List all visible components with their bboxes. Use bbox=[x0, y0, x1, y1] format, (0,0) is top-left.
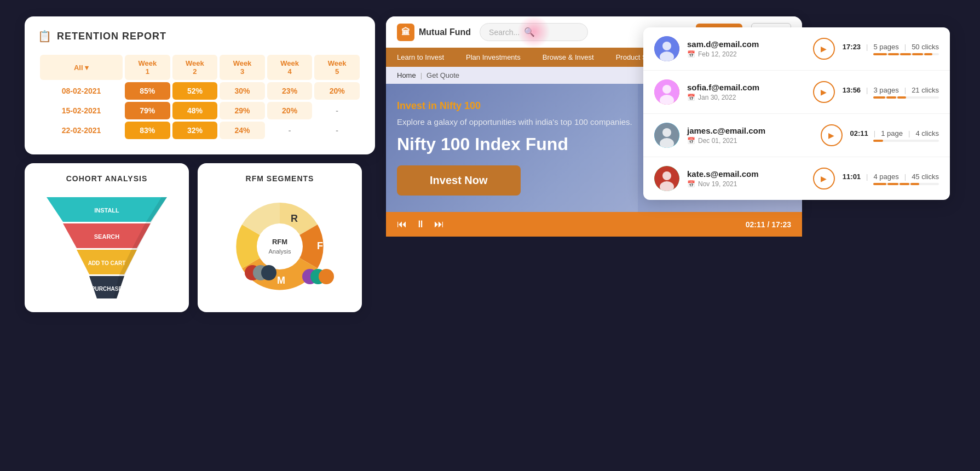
cohort-card: COHORT ANALYSIS INSTALL SEARCH ADD TO CA… bbox=[25, 163, 189, 312]
svg-text:ADD TO CART: ADD TO CART bbox=[88, 260, 126, 266]
breadcrumb-home[interactable]: Home bbox=[397, 71, 416, 79]
progress-empty bbox=[884, 140, 929, 142]
rfm-donut-svg: R F M RFM Analysis bbox=[214, 192, 345, 301]
progress-bar bbox=[873, 140, 939, 142]
session-info: sofia.f@email.com 📅 Jan 30, 2022 bbox=[687, 83, 805, 101]
page-count: 5 pages bbox=[873, 43, 898, 51]
table-row: 15-02-2021 79% 48% 29% 20% - bbox=[40, 102, 360, 119]
svg-point-23 bbox=[319, 269, 334, 284]
session-time: 11:01 bbox=[843, 173, 861, 181]
data-cell: 20% bbox=[314, 82, 360, 100]
data-cell: - bbox=[267, 122, 313, 139]
progress-segment bbox=[873, 53, 887, 55]
breadcrumb-quote[interactable]: Get Quote bbox=[426, 71, 459, 79]
progress-empty bbox=[907, 96, 931, 99]
date-cell: 15-02-2021 bbox=[40, 102, 123, 119]
pause-button[interactable]: ⏸ bbox=[416, 219, 425, 230]
nav-item-plan[interactable]: Plan Investments bbox=[455, 48, 532, 67]
retention-header: 📋 RETENTION REPORT bbox=[38, 30, 362, 43]
session-stats: 17:23 | 5 pages | 50 clicks bbox=[843, 43, 939, 55]
skip-forward-button[interactable]: ⏭ bbox=[434, 219, 444, 230]
session-time: 17:23 bbox=[843, 43, 861, 51]
website-hero: Invest in Nifty 100 Explore a galaxy of … bbox=[386, 84, 802, 212]
hero-invest-label: Invest in Nifty 100 bbox=[397, 100, 791, 112]
brand-name: Mutual Fund bbox=[419, 27, 471, 37]
avatar-svg bbox=[654, 36, 679, 61]
data-cell: 83% bbox=[125, 122, 170, 139]
progress-segment bbox=[873, 183, 886, 185]
progress-segment bbox=[886, 96, 896, 99]
hero-fund-title: Nifty 100 Index Fund bbox=[397, 134, 791, 154]
data-cell: 24% bbox=[220, 122, 265, 139]
search-icon: 🔍 bbox=[524, 27, 535, 37]
nav-item-browse[interactable]: Browse & Invest bbox=[532, 48, 605, 67]
session-email: sofia.f@email.com bbox=[687, 83, 805, 92]
calendar-icon: 📅 bbox=[687, 50, 695, 58]
hero-invest-prefix: Invest in bbox=[397, 100, 440, 111]
col-header-week5: Week5 bbox=[314, 55, 360, 80]
svg-text:M: M bbox=[277, 275, 285, 286]
play-button[interactable]: ▶ bbox=[813, 81, 835, 103]
session-stats: 11:01 | 4 pages | 45 clicks bbox=[843, 173, 939, 185]
progress-empty bbox=[920, 183, 932, 185]
progress-bar bbox=[873, 96, 939, 99]
data-cell: 20% bbox=[267, 102, 313, 119]
brand-icon: 🏛 bbox=[397, 24, 414, 41]
page-count: 3 pages bbox=[873, 86, 898, 94]
retention-card: 📋 RETENTION REPORT All ▾ Week1 Week2 Wee… bbox=[25, 16, 375, 154]
invest-now-button[interactable]: Invest Now bbox=[397, 165, 521, 196]
date-cell: 22-02-2021 bbox=[40, 122, 123, 139]
svg-text:Analysis: Analysis bbox=[269, 248, 291, 255]
stats-row: 11:01 | 4 pages | 45 clicks bbox=[843, 173, 939, 181]
col-header-all[interactable]: All ▾ bbox=[40, 55, 123, 80]
session-time: 13:56 bbox=[843, 86, 861, 94]
nav-item-learn[interactable]: Learn to Invest bbox=[386, 48, 455, 67]
page-count: 4 pages bbox=[873, 173, 898, 181]
progress-segment bbox=[897, 96, 906, 99]
progress-bar bbox=[873, 53, 939, 55]
play-button[interactable]: ▶ bbox=[813, 168, 835, 189]
data-cell: - bbox=[314, 122, 360, 139]
hero-text: Invest in Nifty 100 Explore a galaxy of … bbox=[397, 100, 791, 196]
svg-text:F: F bbox=[317, 240, 323, 251]
session-stats: 13:56 | 3 pages | 21 clicks bbox=[843, 86, 939, 99]
date-cell: 08-02-2021 bbox=[40, 82, 123, 100]
data-cell: 30% bbox=[220, 82, 265, 100]
svg-text:RFM: RFM bbox=[272, 238, 287, 246]
rfm-title: RFM SEGMENTS bbox=[209, 174, 351, 183]
play-button[interactable]: ▶ bbox=[813, 38, 835, 60]
svg-point-36 bbox=[662, 42, 671, 50]
session-stats: 02:11 | 1 page | 4 clicks bbox=[850, 129, 939, 142]
skip-back-button[interactable]: ⏮ bbox=[397, 219, 407, 230]
cohort-funnel-svg: INSTALL SEARCH ADD TO CART PURCHASE bbox=[36, 192, 178, 301]
progress-segment bbox=[924, 53, 932, 55]
click-count: 21 clicks bbox=[912, 86, 939, 94]
progress-segment bbox=[910, 183, 919, 185]
progress-segment bbox=[888, 53, 899, 55]
search-bar[interactable]: Search... 🔍 bbox=[480, 23, 588, 41]
search-placeholder: Search... bbox=[489, 28, 520, 37]
stats-row: 02:11 | 1 page | 4 clicks bbox=[850, 129, 939, 137]
data-cell: 23% bbox=[267, 82, 313, 100]
progress-segment bbox=[887, 183, 898, 185]
report-icon: 📋 bbox=[38, 30, 51, 43]
click-count: 45 clicks bbox=[912, 173, 939, 181]
progress-segment bbox=[873, 96, 885, 99]
player-time-display: 02:11 / 17:23 bbox=[746, 220, 791, 229]
col-header-week2: Week2 bbox=[172, 55, 218, 80]
main-container: 📋 RETENTION REPORT All ▾ Week1 Week2 Wee… bbox=[25, 16, 955, 455]
col-header-week4: Week4 bbox=[267, 55, 313, 80]
stats-row: 17:23 | 5 pages | 50 clicks bbox=[843, 43, 939, 51]
data-cell: - bbox=[314, 102, 360, 119]
right-panel: 🏛 Mutual Fund Search... 🔍 Sign Up Login … bbox=[386, 16, 950, 237]
play-button[interactable]: ▶ bbox=[821, 124, 843, 146]
session-info: sam.d@email.com 📅 Feb 12, 2022 bbox=[687, 39, 805, 58]
left-panel: 📋 RETENTION REPORT All ▾ Week1 Week2 Wee… bbox=[25, 16, 375, 312]
breadcrumb-separator: | bbox=[420, 71, 422, 79]
session-time: 02:11 bbox=[850, 129, 868, 137]
avatar bbox=[654, 36, 679, 61]
svg-text:INSTALL: INSTALL bbox=[94, 207, 119, 214]
data-cell: 79% bbox=[125, 102, 170, 119]
col-header-week1: Week1 bbox=[125, 55, 170, 80]
cohort-title: COHORT ANALYSIS bbox=[36, 174, 178, 183]
